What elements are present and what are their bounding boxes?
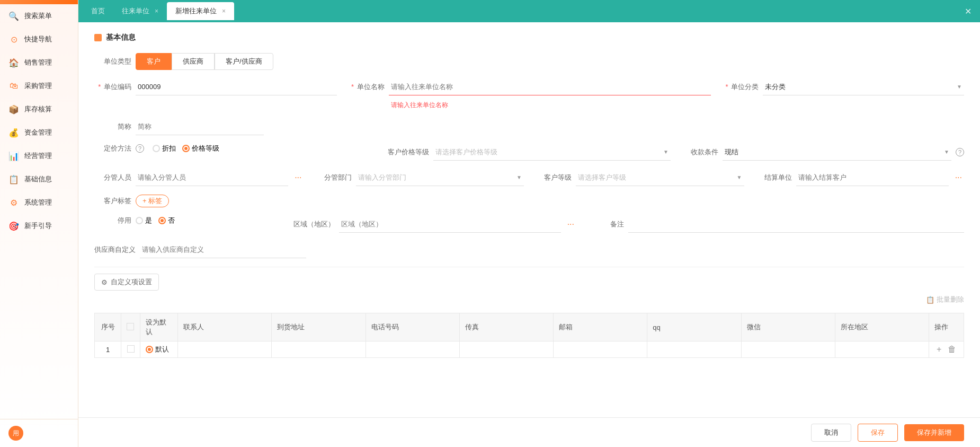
sidebar-item-finance[interactable]: 💰 资金管理 — [0, 121, 78, 144]
region-input[interactable] — [339, 216, 561, 233]
payment-terms-field: 收款条件 现结 ▼ ? — [681, 144, 964, 161]
sidebar-item-guide[interactable]: 🎯 新手引导 — [0, 214, 78, 238]
tab-partners-close[interactable]: × — [155, 8, 158, 14]
divider — [94, 267, 964, 267]
manager-row: 分管人员 ··· 分管部门 请输入分管部门 ▼ 客户等级 请选择客户等级 ▼ — [94, 169, 964, 186]
sidebar-item-business[interactable]: 📊 经营管理 — [0, 144, 78, 168]
customer-tags-field: 客户标签 + 标签 — [94, 195, 964, 207]
unit-type-group: 客户 供应商 客户/供应商 — [136, 53, 273, 70]
phone-input[interactable] — [371, 346, 454, 354]
add-tag-button[interactable]: + 标签 — [136, 195, 169, 207]
address-input[interactable] — [277, 346, 360, 354]
tab-new-partner-close[interactable]: × — [222, 8, 226, 14]
manager-input[interactable] — [136, 169, 288, 186]
sidebar-item-inventory[interactable]: 📦 库存核算 — [0, 98, 78, 121]
custom-settings-button[interactable]: ⚙ 自定义项设置 — [94, 274, 159, 291]
sidebar-item-purchase[interactable]: 🛍 采购管理 — [0, 74, 78, 98]
sidebar-item-basic[interactable]: 📋 基础信息 — [0, 168, 78, 191]
window-close-button[interactable]: ✕ — [960, 4, 976, 19]
payment-terms-label: 收款条件 — [681, 147, 718, 157]
tab-partners[interactable]: 往来单位 × — [113, 2, 167, 20]
th-action: 操作 — [929, 313, 964, 341]
payment-terms-select[interactable]: 现结 ▼ — [723, 144, 951, 161]
department-select[interactable]: 请输入分管部门 ▼ — [356, 169, 524, 186]
settlement-unit-input[interactable] — [796, 169, 949, 186]
area-input[interactable] — [841, 346, 923, 354]
remarks-input[interactable] — [628, 216, 964, 233]
fax-input[interactable] — [465, 346, 548, 354]
cell-area[interactable] — [835, 341, 929, 358]
radio-disabled-yes[interactable]: 是 — [136, 216, 152, 225]
section-title-label: 基本信息 — [106, 33, 136, 42]
radio-disabled-no[interactable]: 否 — [158, 216, 175, 225]
cell-fax[interactable] — [459, 341, 553, 358]
supplier-custom-input[interactable] — [140, 241, 306, 258]
cell-check[interactable] — [121, 341, 140, 358]
cell-address[interactable] — [272, 341, 366, 358]
pricing-help-icon[interactable]: ? — [136, 144, 144, 153]
cell-seq: 1 — [95, 341, 121, 358]
table-header-row: 序号 设为默认 联系人 到货地址 电话号码 — [95, 313, 964, 341]
radio-no-circle — [158, 217, 166, 224]
wechat-input[interactable] — [747, 346, 830, 354]
contact-input[interactable] — [183, 346, 266, 354]
customer-level-select[interactable]: 请选择客户等级 ▼ — [576, 169, 744, 186]
sidebar-item-label: 快捷导航 — [24, 34, 52, 44]
disabled-label: 停用 — [94, 216, 131, 225]
cell-action: + 🗑 — [929, 341, 964, 358]
unit-code-label: * 单位编码 — [94, 82, 131, 92]
sidebar-bottom: 用 — [0, 419, 78, 447]
bottom-bar: 取消 保存 保存并新增 — [78, 417, 980, 447]
default-radio[interactable]: 默认 — [146, 345, 172, 354]
header-checkbox[interactable] — [127, 323, 134, 330]
save-new-button[interactable]: 保存并新增 — [904, 424, 964, 441]
radio-discount[interactable]: 折扣 — [153, 144, 176, 153]
add-row-button[interactable]: + — [934, 345, 943, 354]
delete-row-button[interactable]: 🗑 — [946, 345, 958, 354]
radio-discount-circle — [153, 145, 160, 152]
pricing-method-label: 定价方法 — [94, 144, 131, 153]
supplier-custom-field: 供应商自定义 — [94, 241, 306, 258]
unit-name-field: * 单位名称 *单位名称 请输入往来单位名称 — [348, 78, 711, 110]
customer-level-label: 客户等级 — [534, 173, 572, 182]
manager-ellipsis[interactable]: ··· — [292, 173, 304, 182]
unit-code-input[interactable] — [136, 78, 337, 95]
th-check[interactable] — [121, 313, 140, 341]
radio-price-level[interactable]: 价格等级 — [182, 144, 219, 153]
th-fax: 传真 — [459, 313, 553, 341]
batch-delete-area: 📋 批量删除 — [94, 295, 964, 304]
section-title-icon — [94, 34, 102, 41]
cell-contact[interactable] — [178, 341, 272, 358]
unit-category-select[interactable]: 未分类 ▼ — [763, 78, 964, 95]
sidebar-item-system[interactable]: ⚙ 系统管理 — [0, 191, 78, 214]
row-checkbox[interactable] — [127, 345, 135, 353]
tab-bar: 首页 往来单位 × 新增往来单位 × ✕ — [78, 0, 980, 22]
cancel-button[interactable]: 取消 — [811, 424, 851, 442]
cell-wechat[interactable] — [741, 341, 835, 358]
cell-phone[interactable] — [366, 341, 459, 358]
short-name-input[interactable] — [136, 118, 264, 135]
batch-delete-label[interactable]: 批量删除 — [937, 295, 964, 304]
cell-email[interactable] — [554, 341, 647, 358]
customer-price-level-select[interactable]: 请选择客户价格等级 ▼ — [433, 144, 671, 161]
sidebar-item-search[interactable]: 🔍 搜索菜单 — [0, 4, 78, 28]
tab-new-partner[interactable]: 新增往来单位 × — [167, 2, 234, 20]
business-icon: 📊 — [8, 151, 19, 161]
customer-tags-row: 客户标签 + 标签 — [94, 195, 964, 207]
unit-name-input[interactable] — [389, 78, 711, 95]
unit-type-field: 单位类型 客户 供应商 客户/供应商 — [94, 53, 964, 70]
settlement-unit-ellipsis[interactable]: ··· — [953, 173, 964, 182]
unit-btn-both[interactable]: 客户/供应商 — [215, 53, 273, 70]
save-button[interactable]: 保存 — [858, 424, 898, 442]
sidebar-item-quick-nav[interactable]: ⊙ 快捷导航 — [0, 28, 78, 51]
region-ellipsis[interactable]: ··· — [565, 220, 576, 229]
unit-btn-supplier[interactable]: 供应商 — [172, 53, 215, 70]
qq-input[interactable] — [653, 346, 735, 354]
sidebar-item-sales[interactable]: 🏠 销售管理 — [0, 51, 78, 74]
cell-qq[interactable] — [647, 341, 741, 358]
payment-terms-help-icon[interactable]: ? — [956, 148, 964, 156]
tab-home[interactable]: 首页 — [83, 2, 113, 20]
home-icon: ⊙ — [8, 34, 19, 45]
unit-btn-customer[interactable]: 客户 — [136, 53, 172, 70]
email-input[interactable] — [559, 346, 642, 354]
